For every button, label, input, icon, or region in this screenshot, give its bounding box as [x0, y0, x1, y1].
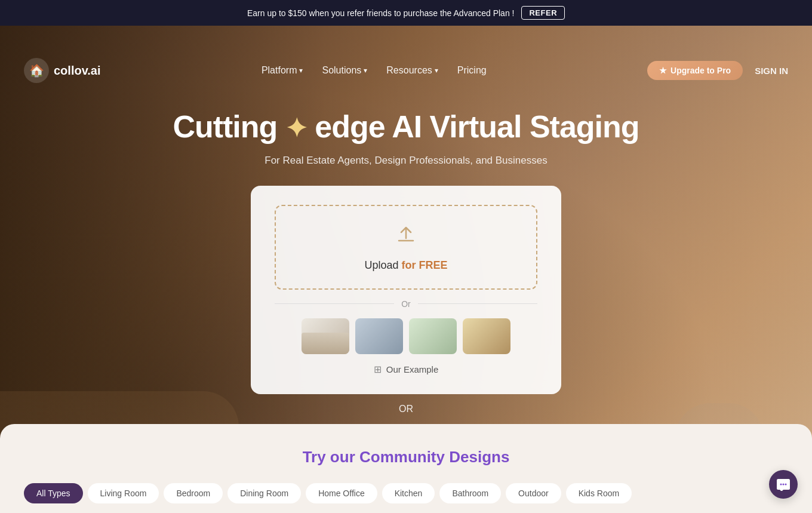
filter-tabs: All TypesLiving RoomBedroomDining RoomHo…	[24, 483, 788, 506]
nav-platform[interactable]: Platform ▾	[262, 65, 303, 76]
nav-solutions[interactable]: Solutions ▾	[322, 65, 367, 76]
community-title: Try our Community Designs	[24, 448, 788, 466]
svg-point-2	[785, 484, 787, 486]
sample-image-3[interactable]	[409, 318, 457, 354]
filter-tab-outdoor[interactable]: Outdoor	[506, 483, 561, 503]
filter-tab-kitchen[interactable]: Kitchen	[382, 483, 435, 503]
nav-links: Platform ▾ Solutions ▾ Resources ▾ Prici…	[262, 65, 487, 76]
nav-pricing[interactable]: Pricing	[457, 65, 487, 76]
logo-text: collov.ai	[54, 64, 101, 78]
navbar: 🏠 collov.ai Platform ▾ Solutions ▾ Resou…	[0, 50, 812, 91]
filter-tab-bedroom[interactable]: Bedroom	[164, 483, 223, 503]
banner-text: Earn up to $150 when you refer friends t…	[247, 8, 515, 18]
platform-chevron-icon: ▾	[299, 66, 303, 75]
sample-image-4[interactable]	[463, 318, 510, 354]
logo-icon: 🏠	[24, 58, 49, 83]
sample-image-1[interactable]	[302, 318, 349, 354]
sparkle-icon: ✦	[285, 113, 307, 144]
hero-title: Cutting ✦ edge AI Virtual Staging	[0, 109, 812, 145]
upload-dropzone[interactable]: Upload for FREE	[275, 205, 537, 290]
filter-tab-kids-room[interactable]: Kids Room	[566, 483, 632, 503]
filter-tab-dining-room[interactable]: Dining Room	[227, 483, 301, 503]
nav-right: ★ Upgrade to Pro SIGN IN	[647, 61, 788, 80]
refer-button[interactable]: REFER	[521, 6, 565, 20]
chat-bubble-button[interactable]	[769, 470, 798, 499]
filter-tab-living-room[interactable]: Living Room	[88, 483, 159, 503]
upgrade-button[interactable]: ★ Upgrade to Pro	[647, 61, 743, 80]
svg-point-0	[780, 484, 782, 486]
filter-tab-bathroom[interactable]: Bathroom	[439, 483, 501, 503]
upload-card: Upload for FREE Or ⊞ Our Example	[251, 186, 561, 394]
svg-point-1	[783, 484, 785, 486]
or-divider: Or	[275, 299, 537, 309]
resources-chevron-icon: ▾	[435, 66, 438, 75]
sign-in-button[interactable]: SIGN IN	[755, 66, 788, 76]
or-separator: OR	[0, 404, 812, 414]
upload-icon	[394, 223, 418, 252]
hero-section: 🏠 collov.ai Platform ▾ Solutions ▾ Resou…	[0, 26, 812, 513]
filter-tab-home-office[interactable]: Home Office	[306, 483, 377, 503]
upload-text: Upload for FREE	[364, 259, 447, 272]
sample-image-2[interactable]	[355, 318, 403, 354]
star-icon: ★	[659, 66, 667, 75]
filter-tab-all-types[interactable]: All Types	[24, 483, 83, 503]
our-example-button[interactable]: ⊞ Our Example	[275, 364, 537, 375]
hero-subtitle: For Real Estate Agents, Design Professio…	[0, 155, 812, 167]
sample-images	[275, 318, 537, 354]
nav-resources[interactable]: Resources ▾	[386, 65, 438, 76]
grid-icon: ⊞	[374, 364, 382, 375]
top-banner: Earn up to $150 when you refer friends t…	[0, 0, 812, 26]
solutions-chevron-icon: ▾	[364, 66, 367, 75]
logo[interactable]: 🏠 collov.ai	[24, 58, 101, 83]
community-section: Try our Community Designs All TypesLivin…	[0, 424, 812, 513]
